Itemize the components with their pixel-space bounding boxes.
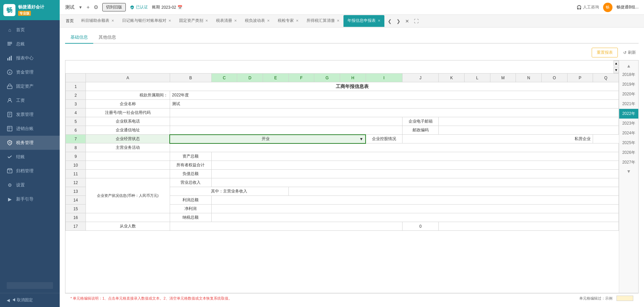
cell-10-B[interactable]: 所有者权益合计 <box>170 161 211 170</box>
cell-13-C[interactable]: 其中：主营业务收入 <box>170 187 288 196</box>
tab-auxiliary[interactable]: 科目辅助余额表 ✕ <box>77 15 118 27</box>
col-header-K[interactable]: K <box>439 74 465 82</box>
col-header-L[interactable]: L <box>464 74 490 82</box>
col-header-D[interactable]: D <box>237 74 263 82</box>
cell-10-C[interactable] <box>211 161 619 170</box>
cell-14-B[interactable]: 利润总额 <box>170 196 211 205</box>
topbar-help-button[interactable]: 🎧 人工咨询 <box>577 4 599 10</box>
year-item-2018[interactable]: 2018年 <box>619 70 638 80</box>
tab-tax-expert-close[interactable]: ✕ <box>296 19 299 23</box>
spreadsheet-scroll[interactable]: ▲ ▼ A B C D E <box>65 60 619 293</box>
tab-tax-risk-close[interactable]: ✕ <box>267 19 270 23</box>
col-header-B[interactable]: B <box>170 74 211 82</box>
cell-6-K[interactable] <box>439 126 619 135</box>
col-header-O[interactable]: O <box>541 74 567 82</box>
cell-7-C[interactable]: 开业 ▼ <box>170 135 366 143</box>
tabs-prev-button[interactable]: ❮ <box>386 17 394 25</box>
col-header-I[interactable]: I <box>366 74 402 82</box>
tabs-next-button[interactable]: ❯ <box>394 17 402 25</box>
sidebar-item-ledger[interactable]: 总账 <box>0 37 60 51</box>
tab-home[interactable]: 首页 <box>62 15 77 27</box>
cell-4-B[interactable] <box>170 108 619 117</box>
cell-12-A[interactable]: 企业资产状况信息(币种：人民币万元) <box>86 178 170 213</box>
cell-11-C[interactable] <box>211 170 619 178</box>
topbar-add-button[interactable]: + <box>87 4 90 10</box>
cell-3-B[interactable]: 测试 <box>170 100 619 108</box>
cell-17-A[interactable]: 从业人数 <box>86 222 170 231</box>
cell-8-A[interactable]: 主营业务活动 <box>86 143 170 152</box>
cell-4-A[interactable]: 注册号/统一社会信用代码 <box>86 108 170 117</box>
cell-7-J[interactable]: 企业控股情况 <box>366 135 402 143</box>
col-header-J[interactable]: J <box>402 74 439 82</box>
sidebar-item-inout[interactable]: 进销台账 <box>0 122 60 136</box>
sidebar-item-settings[interactable]: ⚙ 设置 <box>0 178 60 192</box>
cell-5-A[interactable]: 企业联系电话 <box>86 117 170 126</box>
sidebar-item-tax[interactable]: 税 税务管理 <box>0 136 60 150</box>
cell-17-B[interactable] <box>170 222 402 231</box>
year-item-2023[interactable]: 2023年 <box>619 119 638 128</box>
cell-7-K[interactable]: 私营企业 <box>402 135 593 143</box>
year-item-2022[interactable]: 2022年 <box>619 109 638 119</box>
year-item-2025[interactable]: 2025年 <box>619 138 638 148</box>
sidebar-item-home[interactable]: ⌂ 首页 <box>0 23 60 37</box>
col-header-G[interactable]: G <box>314 74 340 82</box>
year-item-2026[interactable]: 2026年 <box>619 148 638 158</box>
tab-journal-close[interactable]: ✕ <box>168 19 171 23</box>
tabs-expand-button[interactable]: ⛶ <box>412 17 421 25</box>
cell-9-A[interactable] <box>86 152 170 161</box>
sidebar-collapse-button[interactable]: ◀ ◀ 取消固定 <box>0 293 60 307</box>
cell-13-G[interactable] <box>288 187 619 196</box>
col-header-N[interactable]: N <box>516 74 542 82</box>
col-header-Q[interactable]: Q <box>593 74 619 82</box>
cell-6-J[interactable]: 邮政编码 <box>402 126 439 135</box>
tab-annual-report-close[interactable]: ✕ <box>378 19 380 23</box>
col-header-P[interactable]: P <box>567 74 593 82</box>
cell-6-A[interactable]: 企业通信地址 <box>86 126 170 135</box>
sub-tab-other[interactable]: 其他信息 <box>93 32 121 44</box>
refresh-button[interactable]: ↺ 刷新 <box>621 48 639 57</box>
cell-15-B[interactable]: 净利润 <box>170 205 211 213</box>
tab-fixed-assets-close[interactable]: ✕ <box>205 19 208 23</box>
cell-2-A[interactable]: 税款所属期间： <box>86 91 170 100</box>
tab-income-tax[interactable]: 所得税汇算清缴 ✕ <box>303 15 343 27</box>
tab-tax-expert[interactable]: 税检专家 ✕ <box>274 15 303 27</box>
cell-5-B[interactable] <box>170 117 402 126</box>
sidebar-item-archive[interactable]: 归档管理 <box>0 164 60 178</box>
scroll-up-button[interactable]: ▲ <box>613 60 619 67</box>
cell-12-C[interactable] <box>211 178 619 187</box>
cell-5-J[interactable]: 企业电子邮箱 <box>402 117 439 126</box>
cell-15-C[interactable] <box>211 205 619 213</box>
year-item-2024[interactable]: 2024年 <box>619 128 638 138</box>
sidebar-item-funds[interactable]: ¥ 资金管理 <box>0 65 60 79</box>
topbar-switch-button[interactable]: 切到旧版 <box>102 3 126 11</box>
cell-8-B[interactable] <box>170 143 619 152</box>
tabs-close-all-button[interactable]: ✕ <box>403 17 411 25</box>
sidebar-item-assets[interactable]: 固定资产 <box>0 79 60 93</box>
sidebar-item-salary[interactable]: 工资 <box>0 93 60 107</box>
col-header-E[interactable]: E <box>263 74 288 82</box>
cell-16-A[interactable] <box>86 213 170 222</box>
year-item-2019[interactable]: 2019年 <box>619 80 638 89</box>
cell-12-B[interactable]: 营业总收入 <box>170 178 211 187</box>
cell-6-B[interactable] <box>170 126 402 135</box>
tab-auxiliary-close[interactable]: ✕ <box>111 19 114 23</box>
cell-14-C[interactable] <box>211 196 619 205</box>
cell-9-C[interactable] <box>211 152 619 161</box>
sidebar-item-reports[interactable]: 报表中心 <box>0 51 60 65</box>
cell-9-B[interactable]: 资产总额 <box>170 152 211 161</box>
sub-tab-basic[interactable]: 基础信息 <box>65 32 93 44</box>
year-item-2027[interactable]: 2027年 <box>619 158 638 167</box>
cell-2-B[interactable]: 2022年度 <box>170 91 619 100</box>
tab-annual-report[interactable]: 年报信息申报表 ✕ <box>343 15 384 27</box>
sidebar-item-closing[interactable]: 结账 <box>0 150 60 164</box>
col-header-F[interactable]: F <box>288 74 314 82</box>
cell-7-A[interactable]: 企业经营状态 <box>86 135 170 143</box>
topbar-settings-button[interactable]: ⚙ <box>94 4 98 10</box>
cell-10-A[interactable] <box>86 161 170 170</box>
col-header-A[interactable]: A <box>86 74 170 82</box>
tab-income-tax-close[interactable]: ✕ <box>337 19 339 23</box>
cell-17-J[interactable]: 0 <box>402 222 439 231</box>
calendar-icon[interactable]: 📅 <box>177 5 182 10</box>
scroll-down-button[interactable]: ▼ <box>613 67 619 73</box>
cell-17-K[interactable] <box>439 222 619 231</box>
